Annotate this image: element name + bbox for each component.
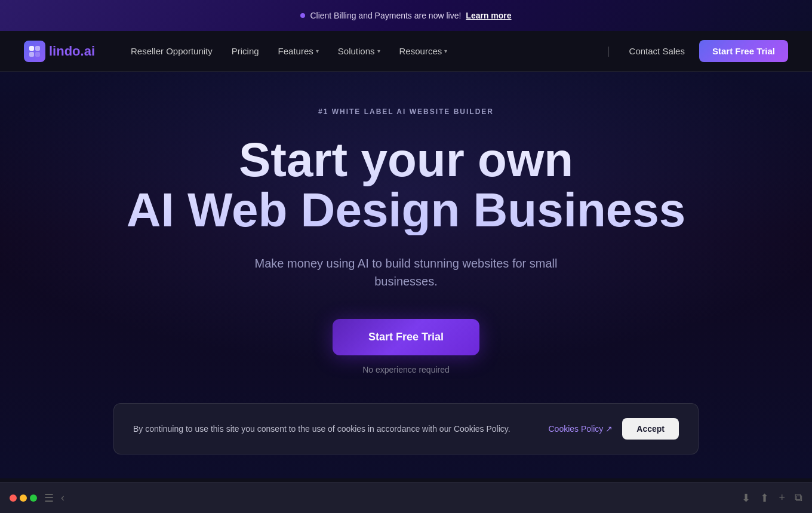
features-chevron-icon: ▾ (316, 48, 319, 54)
browser-bar: ☰ ‹ ⬇ ⬆ + ⧉ (0, 482, 812, 513)
nav-divider: | (607, 45, 610, 57)
add-tab-icon[interactable]: + (779, 492, 785, 504)
svg-rect-3 (35, 52, 40, 57)
resources-chevron-icon: ▾ (444, 48, 447, 54)
logo[interactable]: lindo.ai (24, 41, 95, 62)
cookies-policy-button[interactable]: Cookies Policy ↗ (548, 424, 613, 434)
window-mode-icon[interactable]: ⧉ (795, 492, 802, 504)
contact-sales-link[interactable]: Contact Sales (629, 46, 685, 56)
announcement-bar: Client Billing and Payments are now live… (0, 0, 812, 31)
hero-section: #1 WHITE LABEL AI WEBSITE BUILDER Start … (0, 72, 812, 478)
logo-icon (24, 41, 45, 62)
cookie-message: By continuing to use this site you conse… (133, 423, 510, 435)
hero-no-experience-label: No experience required (362, 365, 450, 374)
announcement-message: Client Billing and Payments are now live… (310, 11, 461, 20)
back-icon[interactable]: ‹ (61, 492, 64, 504)
svg-rect-2 (29, 52, 34, 57)
announcement-dot (300, 13, 305, 18)
minimize-window-icon[interactable] (20, 494, 27, 502)
nav-right: | Contact Sales Start Free Trial (602, 40, 788, 62)
nav-solutions[interactable]: Solutions ▾ (338, 46, 380, 56)
browser-window-controls (10, 494, 37, 502)
svg-rect-0 (29, 46, 34, 51)
hero-subtitle: Make money using AI to build stunning we… (239, 254, 573, 290)
navbar: lindo.ai Reseller Opportunity Pricing Fe… (0, 31, 812, 72)
svg-rect-1 (35, 46, 40, 51)
cookie-banner: By continuing to use this site you conse… (113, 403, 699, 454)
nav-features[interactable]: Features ▾ (278, 46, 319, 56)
nav-pricing[interactable]: Pricing (232, 46, 259, 56)
nav-start-trial-button[interactable]: Start Free Trial (699, 40, 788, 62)
nav-links: Reseller Opportunity Pricing Features ▾ … (131, 46, 602, 56)
sidebar-toggle-icon[interactable]: ☰ (44, 492, 54, 505)
hero-title: Start your own AI Web Design Business (127, 135, 686, 235)
nav-resources[interactable]: Resources ▾ (399, 46, 448, 56)
cookie-actions: Cookies Policy ↗ Accept (548, 418, 679, 440)
share-icon[interactable]: ⬆ (760, 492, 769, 505)
download-icon[interactable]: ⬇ (742, 492, 751, 505)
solutions-chevron-icon: ▾ (377, 48, 380, 54)
close-window-icon[interactable] (10, 494, 17, 502)
nav-reseller[interactable]: Reseller Opportunity (131, 46, 213, 56)
accept-cookies-button[interactable]: Accept (622, 418, 679, 440)
hero-eyebrow: #1 WHITE LABEL AI WEBSITE BUILDER (318, 107, 494, 116)
learn-more-link[interactable]: Learn more (466, 11, 511, 20)
logo-text: lindo.ai (49, 44, 95, 59)
hero-start-trial-button[interactable]: Start Free Trial (333, 319, 479, 355)
external-link-icon: ↗ (605, 424, 613, 434)
maximize-window-icon[interactable] (30, 494, 37, 502)
browser-right-icons: ⬇ ⬆ + ⧉ (742, 492, 802, 505)
